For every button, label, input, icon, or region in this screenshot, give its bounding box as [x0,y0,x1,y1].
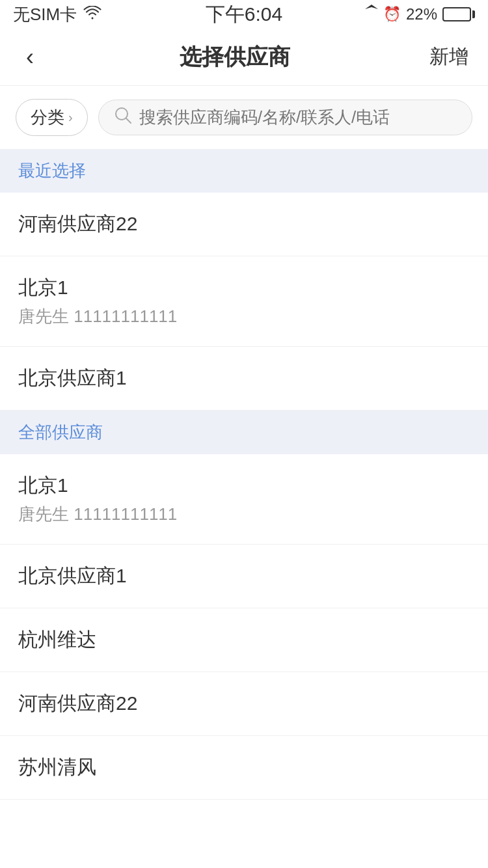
all-section-label: 全部供应商 [18,422,103,442]
status-right: ⏰ 22% [365,5,475,24]
item-sub: 唐先生 11111111111 [18,503,470,526]
search-box[interactable] [98,100,472,135]
list-item[interactable]: 河南供应商22 [0,672,488,736]
item-sub: 唐先生 11111111111 [18,305,470,328]
list-item[interactable]: 北京供应商1 [0,347,488,411]
list-item[interactable]: 北京1唐先生 11111111111 [0,454,488,545]
list-item[interactable]: 北京供应商1 [0,545,488,608]
list-item[interactable]: 北京1唐先生 11111111111 [0,256,488,347]
no-sim-text: 无SIM卡 [13,3,77,26]
item-name: 北京1 [18,472,470,499]
item-name: 河南供应商22 [18,690,470,717]
chevron-right-icon: › [68,110,73,125]
status-left: 无SIM卡 [13,3,102,26]
recent-section-label: 最近选择 [18,161,86,180]
page-title: 选择供应商 [180,42,290,72]
list-item[interactable]: 苏州清风 [0,736,488,800]
wifi-icon [83,5,102,25]
search-input[interactable] [139,107,456,128]
category-label: 分类 [31,106,64,129]
item-name: 北京1 [18,275,470,301]
status-time: 下午6:04 [206,1,282,28]
battery-percentage: 22% [406,5,437,23]
recent-list: 河南供应商22北京1唐先生 11111111111北京供应商1 [0,193,488,411]
filter-row: 分类 › [0,86,488,149]
list-item[interactable]: 杭州维达 [0,608,488,672]
recent-section-header: 最近选择 [0,149,488,193]
back-button[interactable]: ‹ [20,37,40,77]
search-icon [115,107,131,128]
alarm-icon: ⏰ [383,6,401,23]
nav-bar: ‹ 选择供应商 新增 [0,29,488,86]
new-action-button[interactable]: 新增 [429,44,468,70]
all-list: 北京1唐先生 11111111111北京供应商1杭州维达河南供应商22苏州清风 [0,454,488,800]
list-item[interactable]: 河南供应商22 [0,193,488,256]
location-icon [365,5,378,24]
item-name: 北京供应商1 [18,365,470,392]
item-name: 北京供应商1 [18,563,470,590]
item-name: 苏州清风 [18,754,470,781]
item-name: 河南供应商22 [18,211,470,237]
battery-icon [442,7,475,21]
all-section-header: 全部供应商 [0,411,488,454]
status-bar: 无SIM卡 下午6:04 ⏰ 22% [0,0,488,29]
category-button[interactable]: 分类 › [16,99,88,136]
item-name: 杭州维达 [18,627,470,653]
svg-line-1 [126,118,131,123]
